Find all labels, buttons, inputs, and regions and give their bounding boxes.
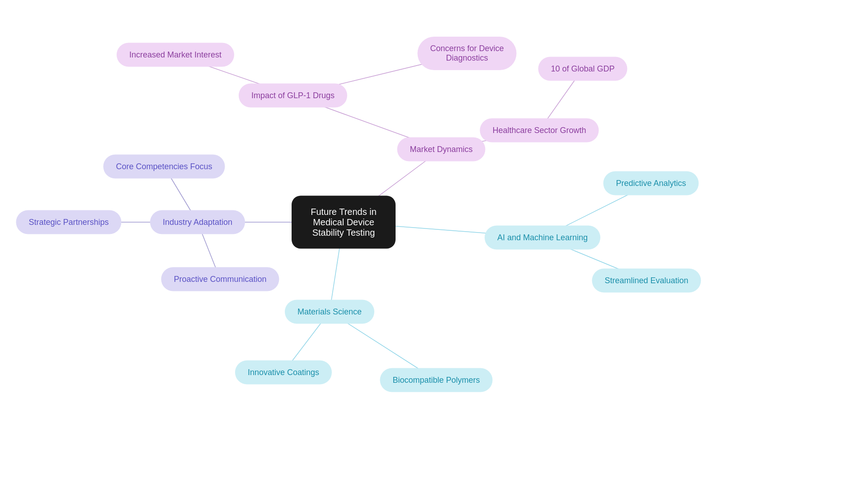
node-healthcare-growth: Healthcare Sector Growth — [480, 119, 599, 143]
node-global-gdp: 10 of Global GDP — [538, 57, 627, 81]
node-market-dynamics: Market Dynamics — [397, 138, 485, 162]
node-predictive-analytics: Predictive Analytics — [603, 171, 698, 195]
node-increased-market: Increased Market Interest — [117, 43, 234, 67]
node-glp1: Impact of GLP-1 Drugs — [239, 84, 347, 108]
node-strategic-partnerships: Strategic Partnerships — [16, 210, 121, 234]
connections-svg — [0, 0, 868, 490]
node-proactive-communication: Proactive Communication — [161, 267, 279, 291]
node-ai-ml: AI and Machine Learning — [485, 226, 600, 250]
node-materials-science: Materials Science — [285, 300, 374, 324]
node-biocompatible-polymers: Biocompatible Polymers — [380, 368, 492, 392]
center-node: Future Trends in Medical Device Stabilit… — [292, 196, 396, 249]
node-innovative-coatings: Innovative Coatings — [235, 361, 332, 385]
mind-map: Future Trends in Medical Device Stabilit… — [0, 0, 868, 490]
node-streamlined-evaluation: Streamlined Evaluation — [592, 269, 701, 293]
node-concerns: Concerns for Device Diagnostics — [417, 37, 516, 70]
node-core-competencies: Core Competencies Focus — [103, 155, 225, 179]
node-industry-adaptation: Industry Adaptation — [150, 210, 245, 234]
